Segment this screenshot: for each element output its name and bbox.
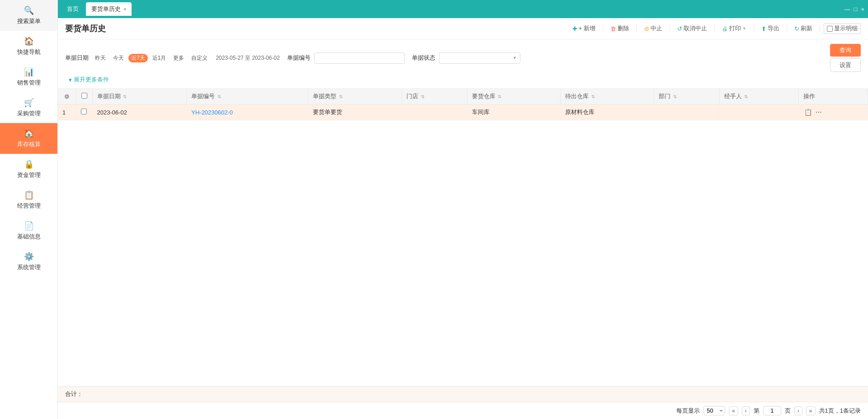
divider-5 <box>754 25 754 32</box>
cancel-stop-button[interactable]: ↺ 取消中止 <box>674 23 711 34</box>
first-page-btn[interactable]: « <box>729 406 738 415</box>
delete-button[interactable]: 🗑 删除 <box>607 23 633 34</box>
sort-type-icon[interactable]: ⇅ <box>339 94 343 99</box>
shortcut-custom[interactable]: 自定义 <box>189 54 210 62</box>
table-footer: 合计： <box>58 386 868 402</box>
show-detail-button[interactable]: 显示明细 <box>824 23 861 34</box>
tabs-bar-right: — □ × <box>844 6 864 13</box>
shortcut-1month[interactable]: 近1月 <box>150 54 169 62</box>
tab-active[interactable]: 要货单历史 × <box>86 2 132 16</box>
total-info: 共1页，1条记录 <box>819 407 861 415</box>
page-header: 要货单历史 ✚ + 新增 🗑 删除 ⊘ 中止 ↺ <box>58 18 868 39</box>
new-button[interactable]: ✚ + 新增 <box>569 23 599 34</box>
sort-handler-icon[interactable]: ⇅ <box>744 94 748 99</box>
close-window-icon[interactable]: × <box>861 6 864 13</box>
order-no-input[interactable] <box>314 52 405 64</box>
order-no-link[interactable]: YH-20230602-0 <box>191 109 233 116</box>
th-pending-warehouse: 待出仓库 ⇅ <box>561 89 654 105</box>
sort-req-wh-icon[interactable]: ⇅ <box>498 94 501 99</box>
sidebar-item-inventory[interactable]: 🏠 库存核算 <box>0 123 57 154</box>
td-dept <box>654 105 719 120</box>
sidebar-item-label: 快捷导航 <box>17 48 41 56</box>
show-detail-checkbox[interactable] <box>827 26 833 32</box>
sort-pend-wh-icon[interactable]: ⇅ <box>591 94 595 99</box>
per-page-select[interactable]: 10 20 50 100 <box>703 406 725 415</box>
td-req-warehouse: 车间库 <box>467 105 561 120</box>
pagination-bar: 每页显示 10 20 50 100 « ‹ 第 页 › » 共1页，1条记录 <box>58 402 868 419</box>
total-label: 合计： <box>65 390 83 398</box>
sidebar-item-label: 经营管理 <box>17 202 41 210</box>
action-buttons: 查询 设置 <box>830 44 861 72</box>
sidebar-item-search-menu[interactable]: 🔍 搜索菜单 <box>0 0 57 31</box>
sort-order-no-icon[interactable]: ⇅ <box>217 94 221 99</box>
setting-button[interactable]: 设置 <box>830 58 861 72</box>
tabs-bar: 首页 要货单历史 × — □ × <box>58 0 868 18</box>
sort-date-icon[interactable]: ⇅ <box>123 94 127 99</box>
page-input[interactable] <box>763 406 781 415</box>
page-content: 要货单历史 ✚ + 新增 🗑 删除 ⊘ 中止 ↺ <box>58 18 868 419</box>
sidebar-item-label: 销售管理 <box>17 79 41 87</box>
divider-7 <box>820 25 820 32</box>
table-wrapper: ⚙ 单据日期 ⇅ 单据编号 ⇅ <box>58 89 868 386</box>
sidebar-item-purchase-mgmt[interactable]: 🛒 采购管理 <box>0 92 57 123</box>
th-order-no: 单据编号 ⇅ <box>187 89 308 105</box>
status-select[interactable] <box>439 52 520 64</box>
print-button[interactable]: 🖨 打印 ▼ <box>718 23 750 34</box>
order-no-label: 单据编号 <box>287 54 311 62</box>
divider-3 <box>670 25 670 32</box>
th-handler: 经手人 ⇅ <box>719 89 799 105</box>
td-pending-warehouse: 原材料仓库 <box>561 105 654 120</box>
sidebar-item-basic-info[interactable]: 📄 基础信息 <box>0 215 57 246</box>
sidebar-item-label: 系统管理 <box>17 263 41 271</box>
date-range-value: 2023-05-27 至 2023-06-02 <box>216 54 279 62</box>
export-button[interactable]: ⬆ 导出 <box>758 23 783 34</box>
sidebar: 🔍 搜索菜单 🏠 快捷导航 📊 销售管理 🛒 采购管理 🏠 库存核算 🔒 资金管… <box>0 0 58 419</box>
more-op-btn[interactable]: ⋯ <box>815 108 823 117</box>
sidebar-item-system-mgmt[interactable]: ⚙️ 系统管理 <box>0 246 57 277</box>
select-all-checkbox[interactable] <box>81 93 87 99</box>
ops-group: 📋 ⋯ <box>803 108 863 117</box>
divider-4 <box>714 25 715 32</box>
sort-store-icon[interactable]: ⇅ <box>421 94 425 99</box>
sort-dept-icon[interactable]: ⇅ <box>673 94 677 99</box>
stop-button[interactable]: ⊘ 中止 <box>641 23 666 34</box>
row-checkbox[interactable] <box>81 109 87 114</box>
sidebar-item-quick-nav[interactable]: 🏠 快捷导航 <box>0 31 57 62</box>
tab-home-label: 首页 <box>67 5 79 13</box>
refresh-button[interactable]: ↻ 刷新 <box>791 23 816 34</box>
tab-close-icon[interactable]: × <box>123 6 126 12</box>
table-header-row: ⚙ 单据日期 ⇅ 单据编号 ⇅ <box>58 89 868 105</box>
sidebar-item-finance-mgmt[interactable]: 🔒 资金管理 <box>0 154 57 185</box>
next-page-btn[interactable]: › <box>794 406 802 415</box>
prev-page-btn[interactable]: ‹ <box>742 406 750 415</box>
shortcut-more[interactable]: 更多 <box>170 54 187 62</box>
shortcut-7days[interactable]: 近7天 <box>128 54 148 62</box>
table-body: 1 2023-06-02 YH-20230602-0 要货单要货 车间库 原材料… <box>58 105 868 120</box>
home-icon: 🏠 <box>24 36 34 46</box>
print-dropdown-icon: ▼ <box>742 26 746 31</box>
shortcut-yesterday[interactable]: 昨天 <box>92 54 108 62</box>
stop-icon: ⊘ <box>644 25 649 32</box>
view-op-btn[interactable]: 📋 <box>803 108 813 117</box>
sales-icon: 📊 <box>24 67 34 77</box>
search-menu-icon: 🔍 <box>24 5 34 15</box>
settings-gear-icon[interactable]: ⚙ <box>64 93 70 100</box>
page-label: 第 <box>754 407 760 415</box>
query-button[interactable]: 查询 <box>830 44 861 57</box>
last-page-btn[interactable]: » <box>806 406 816 415</box>
minimize-icon[interactable]: — <box>844 6 850 13</box>
tab-home[interactable]: 首页 <box>61 2 84 16</box>
expand-icon: ▾ <box>69 76 72 83</box>
status-select-wrapper <box>439 52 520 64</box>
maximize-icon[interactable]: □ <box>854 6 858 13</box>
filter-row-1: 单据日期 昨天 今天 近7天 近1月 更多 自定义 2023-05-27 至 2… <box>65 44 861 72</box>
shortcut-today[interactable]: 今天 <box>110 54 127 62</box>
sidebar-item-operations-mgmt[interactable]: 📋 经营管理 <box>0 185 57 215</box>
finance-icon: 🔒 <box>24 159 34 169</box>
td-order-no: YH-20230602-0 <box>187 105 308 120</box>
basic-info-icon: 📄 <box>24 221 34 231</box>
divider-6 <box>787 25 787 32</box>
sidebar-item-sales-mgmt[interactable]: 📊 销售管理 <box>0 62 57 92</box>
td-date: 2023-06-02 <box>92 105 187 120</box>
expand-more[interactable]: ▾ 展开更多条件 <box>65 76 861 84</box>
